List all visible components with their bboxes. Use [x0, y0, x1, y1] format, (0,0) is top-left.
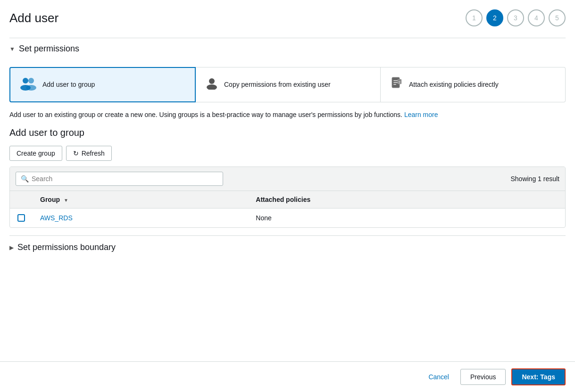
cancel-button[interactable]: Cancel	[423, 369, 455, 384]
chevron-right-icon: ▶	[9, 244, 14, 251]
row-checkbox[interactable]	[17, 214, 25, 222]
tab-add-to-group[interactable]: Add user to group	[9, 67, 196, 102]
permission-tabs: Add user to group Copy permissions from …	[9, 67, 566, 102]
search-icon: 🔍	[21, 175, 29, 183]
tab-copy-permissions-label: Copy permissions from existing user	[224, 80, 331, 90]
boundary-title: Set permissions boundary	[17, 242, 116, 252]
refresh-button[interactable]: ↻ Refresh	[66, 146, 112, 161]
step-4[interactable]: 4	[528, 9, 545, 26]
toolbar: Create group ↻ Refresh	[9, 146, 566, 161]
step-1[interactable]: 1	[466, 9, 483, 26]
next-button[interactable]: Next: Tags	[511, 368, 566, 385]
step-indicators: 1 2 3 4 5	[466, 9, 566, 26]
set-permissions-header[interactable]: ▼ Set permissions	[9, 38, 566, 59]
groups-table: Group ▼ Attached policies	[10, 191, 565, 227]
page-footer: Cancel Previous Next: Tags	[0, 361, 575, 392]
checkbox-header	[10, 191, 33, 209]
group-name-cell: AWS_RDS	[33, 209, 248, 228]
set-permissions-boundary-header[interactable]: ▶ Set permissions boundary	[9, 236, 566, 259]
create-group-button[interactable]: Create group	[9, 146, 62, 161]
learn-more-link[interactable]: Learn more	[404, 111, 438, 118]
sort-icon: ▼	[64, 198, 68, 203]
chevron-down-icon: ▼	[9, 46, 15, 52]
svg-rect-13	[399, 81, 400, 82]
set-permissions-section: ▼ Set permissions Add user to group	[9, 38, 566, 228]
users-icon	[20, 75, 37, 94]
step-5[interactable]: 5	[549, 9, 566, 26]
svg-point-0	[23, 78, 28, 83]
table-header-row: Group ▼ Attached policies	[10, 191, 565, 209]
tab-attach-policies[interactable]: Attach existing policies directly	[381, 67, 566, 102]
step-3[interactable]: 3	[507, 9, 524, 26]
tab-copy-permissions[interactable]: Copy permissions from existing user	[196, 67, 381, 102]
page-header: Add user 1 2 3 4 5	[9, 9, 566, 26]
search-input[interactable]	[32, 175, 218, 183]
search-bar: 🔍 Showing 1 result	[10, 167, 565, 191]
refresh-icon: ↻	[73, 150, 79, 157]
result-count: Showing 1 result	[510, 175, 559, 183]
table-row: AWS_RDS None	[10, 209, 565, 228]
svg-point-4	[209, 78, 215, 84]
add-user-to-group-title: Add user to group	[9, 127, 566, 138]
info-text: Add user to an existing group or create …	[9, 110, 566, 120]
group-name-link[interactable]: AWS_RDS	[40, 214, 73, 222]
tab-attach-policies-label: Attach existing policies directly	[409, 80, 499, 90]
svg-rect-14	[399, 83, 400, 83]
search-input-wrapper[interactable]: 🔍	[16, 172, 223, 186]
set-permissions-boundary-section: ▶ Set permissions boundary	[9, 235, 566, 259]
groups-table-container: 🔍 Showing 1 result Group ▼ Attached	[9, 167, 566, 228]
svg-rect-9	[393, 82, 398, 83]
row-checkbox-cell[interactable]	[10, 209, 33, 228]
svg-rect-10	[393, 84, 396, 85]
svg-point-1	[28, 78, 34, 83]
tab-add-to-group-label: Add user to group	[42, 80, 95, 90]
policies-column-header: Attached policies	[248, 191, 565, 209]
set-permissions-title: Set permissions	[19, 44, 79, 54]
step-2[interactable]: 2	[486, 9, 503, 26]
document-icon	[390, 76, 403, 93]
svg-rect-8	[393, 80, 398, 81]
attached-policies-cell: None	[248, 209, 565, 228]
previous-button[interactable]: Previous	[460, 369, 506, 385]
svg-point-3	[26, 85, 36, 91]
page-title: Add user	[9, 11, 58, 25]
copy-user-icon	[205, 76, 218, 93]
svg-point-5	[207, 84, 217, 90]
group-column-header[interactable]: Group ▼	[33, 191, 248, 209]
